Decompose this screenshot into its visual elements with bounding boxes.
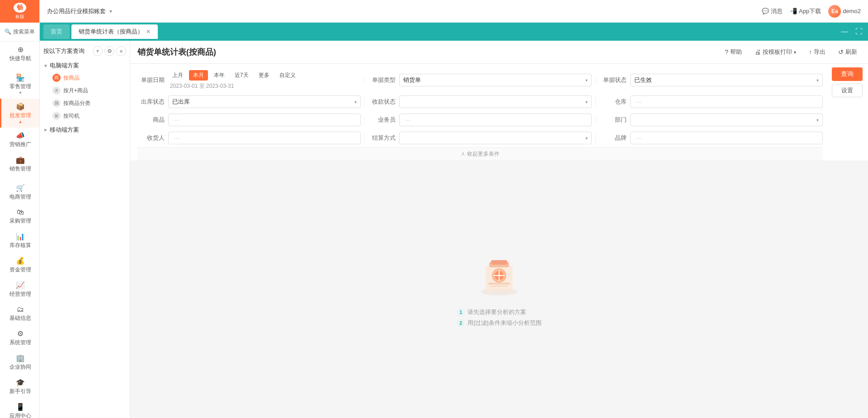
sidebar-item-operations[interactable]: 📈 经营管理 — [0, 277, 39, 302]
date-btn-7days[interactable]: 近7天 — [231, 70, 253, 81]
ecommerce-icon: 🛒 — [16, 184, 25, 192]
topbar-left: 办公用品行业模拟账套 ▾ — [47, 7, 112, 15]
tab-sales-stat-label: 销货单统计表（按商品） — [79, 28, 143, 36]
sidebar-item-appcenter[interactable]: 📱 应用中心 — [0, 399, 39, 418]
chevron-up-icon: ▲ — [19, 119, 23, 124]
receiver-input[interactable]: ··· — [168, 132, 361, 144]
retail-icon: 🏪 — [16, 73, 25, 82]
doc-status-select[interactable]: 已生效 ▾ — [630, 74, 823, 86]
add-scheme-button[interactable]: + — [93, 46, 103, 56]
sidebar-item-basic[interactable]: 🗂 基础信息 — [0, 302, 39, 326]
print-template-button[interactable]: 🖨 按模板打印 ▾ — [751, 46, 800, 58]
outbound-value: 已出库 — [172, 98, 190, 106]
warehouse-dots-icon[interactable]: ··· — [636, 98, 642, 105]
dept-select[interactable]: ▾ — [630, 114, 823, 126]
settings-scheme-button[interactable]: ⚙ — [104, 46, 114, 56]
scheme-item-by-driver[interactable]: 按 按司机 — [40, 109, 130, 122]
sidebar-item-quicknav[interactable]: ⊕ 快捷导航 — [0, 42, 39, 66]
filter-field-payment: 收款状态 ▾ — [368, 95, 592, 108]
sidebar-item-label: 营销推广 — [9, 141, 31, 148]
sidebar-item-purchase[interactable]: 🛍 采购管理 — [0, 204, 39, 228]
sidebar-item-label: 库存核算 — [9, 242, 31, 249]
tab-home[interactable]: 首页 — [43, 24, 70, 39]
brand-dots-icon[interactable]: ··· — [636, 134, 642, 142]
scheme-item-by-category[interactable]: 回 按商品分类 — [40, 97, 130, 109]
export-button[interactable]: ↑ 导出 — [805, 46, 829, 58]
sidebar-item-inventory[interactable]: 📊 库存核算 — [0, 228, 39, 253]
sidebar-item-enterprise[interactable]: 🏢 企业协同 — [0, 350, 39, 375]
message-button[interactable]: 💬 消息 — [762, 7, 783, 15]
tab-minimize-icon[interactable]: — — [839, 27, 850, 37]
warehouse-input[interactable]: ··· — [630, 95, 823, 108]
payment-select[interactable]: ▾ — [399, 95, 592, 108]
date-btn-more[interactable]: 更多 — [255, 70, 274, 81]
main-area: 办公用品行业模拟账套 ▾ 💬 消息 📲 App下载 Ea demo2 首页 销货… — [40, 0, 868, 418]
message-icon: 💬 — [762, 8, 769, 14]
operations-icon: 📈 — [16, 281, 25, 290]
outbound-select[interactable]: 已出库 ▾ — [168, 95, 361, 108]
tab-close-icon[interactable]: ✕ — [146, 29, 151, 34]
sales-icon: 💼 — [16, 156, 25, 164]
logo-icon: 畅 — [14, 3, 26, 13]
page-header-top: 销货单统计表(按商品) ? 帮助 🖨 按模板打印 ▾ ↑ — [137, 46, 861, 58]
app-download-button[interactable]: 📲 App下载 — [790, 7, 821, 15]
sidebar-item-sales[interactable]: 💼 销售管理 — [0, 152, 39, 176]
refresh-label: 刷新 — [845, 48, 857, 56]
enterprise-icon: 🏢 — [16, 354, 25, 362]
scheme-item-by-month-product[interactable]: 月 按月+商品 — [40, 84, 130, 97]
hint-text-2: 用[过滤]条件来缩小分析范围 — [467, 319, 541, 327]
brand-label: 品牌 — [599, 134, 627, 142]
filter-row-4: 收货人 ··· 结算方式 ▾ — [137, 129, 823, 147]
sidebar-item-label: 快捷导航 — [9, 55, 31, 62]
scheme-item-by-product[interactable]: 商 按商品 — [40, 71, 130, 84]
scheme-group-mobile-header[interactable]: ▼ 移动端方案 — [40, 124, 130, 136]
filter-divider-6 — [595, 115, 596, 124]
brand-input[interactable]: ··· — [630, 132, 823, 144]
date-btn-custom[interactable]: 自定义 — [275, 70, 300, 81]
tab-sales-stat[interactable]: 销货单统计表（按商品） ✕ — [71, 24, 158, 39]
collapse-bar[interactable]: ∧ 收起更多条件 — [137, 147, 823, 161]
refresh-button[interactable]: ↺ 刷新 — [835, 46, 861, 58]
empty-state-hints: 1 请先选择要分析的方案 2 用[过滤]条件来缩小分析范围 — [457, 308, 541, 327]
sidebar-item-retail[interactable]: 🏪 零售管理 ▼ — [0, 70, 39, 99]
date-btn-this-year[interactable]: 本年 — [210, 70, 229, 81]
filter-field-product: 商品 ··· — [137, 114, 361, 126]
help-button[interactable]: ? 帮助 — [721, 46, 745, 58]
sidebar-item-system[interactable]: ⚙ 系统管理 — [0, 326, 39, 350]
receiver-dots-icon[interactable]: ··· — [174, 134, 179, 142]
outbound-label: 出库状态 — [137, 98, 165, 106]
tab-home-label: 首页 — [51, 28, 62, 36]
scheme-group-desktop-header[interactable]: ▼ 电脑端方案 — [40, 60, 130, 71]
scheme-panel-header: 按以下方案查询 + ⚙ « — [40, 44, 130, 60]
date-btn-this-month[interactable]: 本月 — [189, 70, 208, 81]
filter-divider-5 — [364, 115, 365, 124]
tab-maximize-icon[interactable]: ⛶ — [854, 27, 864, 37]
user-profile[interactable]: Ea demo2 — [828, 5, 861, 18]
settings-button[interactable]: 设置 — [832, 84, 863, 97]
sidebar-item-ecommerce[interactable]: 🛒 电商管理 — [0, 180, 39, 204]
collapse-scheme-button[interactable]: « — [116, 46, 126, 56]
sidebar-item-wholesale[interactable]: 📦 批发管理 ▲ — [0, 99, 39, 128]
refresh-icon: ↺ — [838, 48, 844, 56]
filter-field-dept: 部门 ▾ — [599, 114, 823, 126]
query-button[interactable]: 查询 — [832, 67, 863, 81]
sidebar-item-finance[interactable]: 💰 资金管理 — [0, 253, 39, 277]
date-btn-last-month[interactable]: 上月 — [168, 70, 187, 81]
content-area: 按以下方案查询 + ⚙ « ▼ 电脑端方案 商 按商品 月 按月 — [40, 41, 868, 418]
filter-row-3: 商品 ··· 业务员 ··· — [137, 111, 823, 129]
tabbar-actions: — ⛶ — [839, 27, 864, 37]
salesperson-dots-icon[interactable]: ··· — [405, 116, 410, 124]
salesperson-input[interactable]: ··· — [399, 114, 592, 126]
filter-divider-2 — [595, 76, 596, 85]
product-input[interactable]: ··· — [168, 114, 361, 126]
sidebar-item-guide[interactable]: 🎓 新手引导 — [0, 375, 39, 399]
search-menu-button[interactable]: 🔍 搜索菜单 — [2, 26, 38, 38]
product-dots-icon[interactable]: ··· — [174, 116, 179, 124]
sidebar-item-marketing[interactable]: 📣 营销推广 — [0, 128, 39, 152]
date-control: 上月 本月 本年 近7天 更多 自定义 2023-03-01 至 2023-03… — [168, 70, 361, 90]
doc-type-select[interactable]: 销货单 ▾ — [399, 74, 592, 86]
warehouse-label: 仓库 — [599, 98, 627, 106]
topbar-dropdown-icon[interactable]: ▾ — [109, 8, 112, 14]
settlement-select[interactable]: ▾ — [399, 132, 592, 144]
date-label: 单据日期 — [137, 76, 165, 84]
